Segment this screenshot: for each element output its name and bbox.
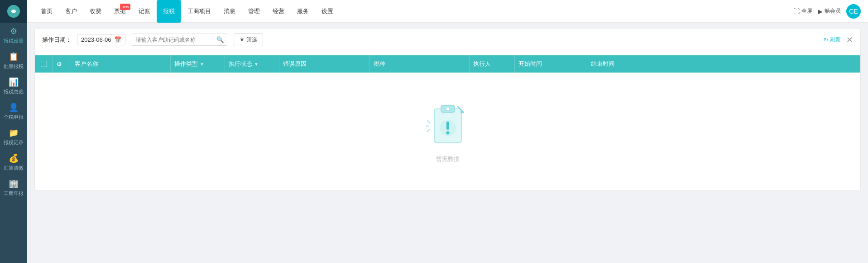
building-icon: 🏢 [9, 179, 19, 189]
filter-button[interactable]: ▼ 筛选 [234, 33, 264, 46]
sidebar-item-gongshang-nianbao[interactable]: 🏢 工商年报 [0, 175, 27, 200]
svg-line-9 [427, 129, 430, 132]
sidebar: ⚙ 报税设置 📋 批量报税 📊 报税总览 👤 个税申报 📁 报税记录 💰 汇算清… [0, 0, 27, 263]
svg-line-11 [427, 121, 430, 123]
video-icon: ▶ [818, 8, 823, 15]
date-value: 2023-06-06 [81, 36, 111, 43]
member-button[interactable]: ▶ 畅会员 [818, 7, 841, 15]
sidebar-item-label: 报税总览 [4, 88, 24, 95]
th-exec-status[interactable]: 执行状态 ▼ [225, 55, 279, 73]
th-settings: ⚙ [53, 55, 71, 73]
content: 操作日期： 2023-06-06 📅 🔍 ▼ 筛选 ↻ [27, 23, 868, 263]
nav-baoshui[interactable]: 报税 [157, 0, 181, 23]
money-icon: 💰 [9, 153, 19, 163]
nav-guanli[interactable]: 管理 [242, 0, 266, 23]
refresh-icon: ↻ [824, 37, 828, 43]
new-badge: new [120, 4, 130, 10]
nav-piaoju[interactable]: 票据 new [108, 0, 132, 23]
th-customer-name: 客户名称 [71, 55, 171, 73]
th-error-reason: 错误原因 [279, 55, 370, 73]
fullscreen-button[interactable]: ⛶ 全屏 [793, 7, 812, 15]
search-icon: 🔍 [216, 36, 224, 43]
sidebar-item-baoshui-jilu[interactable]: 📁 报税记录 [0, 124, 27, 150]
table-container: 操作日期： 2023-06-06 📅 🔍 ▼ 筛选 ↻ [34, 28, 861, 191]
calendar-icon: 📅 [114, 36, 121, 43]
nav-xiaoxi[interactable]: 消息 [217, 0, 242, 23]
th-end-time: 结束时间 [587, 55, 642, 73]
sidebar-item-label: 批量报税 [4, 63, 24, 70]
th-operation-type[interactable]: 操作类型 ▼ [171, 55, 225, 73]
fullscreen-icon: ⛶ [793, 8, 800, 15]
sort-icon: ▼ [254, 62, 259, 67]
th-checkbox [35, 55, 53, 73]
sidebar-item-label: 工商年报 [4, 190, 24, 197]
close-button[interactable]: ✕ [846, 35, 853, 45]
th-tax-type: 税种 [370, 55, 470, 73]
svg-point-3 [446, 107, 449, 110]
th-executor: 执行人 [470, 55, 515, 73]
refresh-button[interactable]: ↻ 刷新 [824, 36, 841, 44]
sidebar-item-geshui[interactable]: 👤 个税申报 [0, 99, 27, 124]
svg-point-6 [446, 132, 449, 135]
sidebar-item-label: 个税申报 [4, 114, 24, 121]
nav-jingying[interactable]: 经营 [266, 0, 291, 23]
nav-home[interactable]: 首页 [34, 0, 59, 23]
batch-tax-icon: 📋 [9, 52, 19, 62]
empty-text: 暂无数据 [436, 155, 460, 163]
th-start-time: 开始时间 [515, 55, 587, 73]
select-all-checkbox[interactable] [41, 61, 47, 67]
date-picker[interactable]: 2023-06-06 📅 [77, 34, 125, 45]
sidebar-item-label: 报税记录 [4, 139, 24, 146]
topnav-right: ⛶ 全屏 ▶ 畅会员 CE [793, 4, 861, 19]
overview-icon: 📊 [9, 77, 19, 87]
nav-fuwu[interactable]: 服务 [291, 0, 315, 23]
nav-shoufei[interactable]: 收费 [83, 0, 108, 23]
sidebar-item-baoshui-shezhi[interactable]: ⚙ 报税设置 [0, 23, 27, 48]
sidebar-item-label: 汇算清缴 [4, 165, 24, 171]
sidebar-item-piliangbaoshui[interactable]: 📋 批量报税 [0, 48, 27, 73]
topnav: 首页 客户 收费 票据 new 记账 报税 工商项目 消息 管理 经营 [27, 0, 868, 23]
sidebar-logo [0, 0, 27, 23]
toolbar: 操作日期： 2023-06-06 📅 🔍 ▼ 筛选 ↻ [35, 29, 860, 51]
person-icon: 👤 [9, 102, 19, 112]
settings-col-icon[interactable]: ⚙ [57, 61, 62, 68]
filter-icon: ▼ [240, 37, 245, 43]
svg-rect-5 [446, 122, 449, 130]
avatar[interactable]: CE [846, 4, 861, 19]
settings-icon: ⚙ [10, 26, 17, 36]
sidebar-item-huisuan[interactable]: 💰 汇算清缴 [0, 150, 27, 175]
main-area: 首页 客户 收费 票据 new 记账 报税 工商项目 消息 管理 经营 [27, 0, 868, 263]
sidebar-item-label: 报税设置 [4, 38, 24, 44]
record-icon: 📁 [9, 128, 19, 138]
table-header: ⚙ 客户名称 操作类型 ▼ 执行状态 ▼ 错误原因 税种 [35, 55, 860, 73]
search-box: 🔍 [131, 34, 228, 46]
sort-icon: ▼ [200, 62, 204, 67]
sidebar-item-baoshui-zonglan[interactable]: 📊 报税总览 [0, 73, 27, 99]
nav-shezhi[interactable]: 设置 [315, 0, 340, 23]
nav-customer[interactable]: 客户 [59, 0, 83, 23]
search-input[interactable] [131, 34, 213, 45]
search-button[interactable]: 🔍 [213, 34, 228, 45]
date-label: 操作日期： [42, 36, 72, 44]
nav-gongshang[interactable]: 工商项目 [181, 0, 217, 23]
nav-jizhang[interactable]: 记账 [132, 0, 157, 23]
empty-state: 暂无数据 [35, 73, 860, 190]
empty-illustration [425, 100, 470, 150]
toolbar-right: ↻ 刷新 ✕ [824, 35, 853, 45]
